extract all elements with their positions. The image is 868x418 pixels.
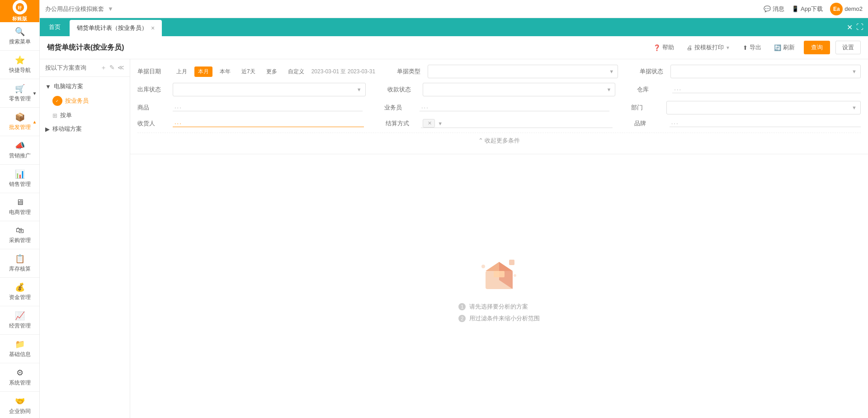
sidebar-label-purchase: 采购管理 (9, 237, 31, 244)
operations-icon: 📈 (15, 311, 25, 321)
sidebar-item-purchase[interactable]: 🛍 采购管理 (0, 221, 40, 249)
refresh-button[interactable]: 🔄 刷新 (770, 42, 798, 53)
warehouse-input[interactable]: ··· (672, 86, 861, 93)
collapse-filters-button[interactable]: ⌃ 收起更多条件 (137, 133, 861, 148)
goods-input[interactable]: ··· (173, 104, 363, 111)
sidebar-item-system[interactable]: ⚙ 系统管理 (0, 363, 40, 392)
message-button[interactable]: 💬 消息 (764, 5, 784, 13)
settings-button[interactable]: 设置 (835, 41, 861, 54)
basic-icon: 📁 (15, 339, 25, 349)
tab-active[interactable]: 销货单统计表（按业务员） × (70, 20, 162, 36)
left-panel-header: 按以下方案查询 ＋ ✎ ≪ (40, 59, 130, 77)
tree-desktop-schemes[interactable]: ▼ 电脑端方案 (40, 80, 130, 93)
query-button[interactable]: 查询 (804, 41, 830, 54)
star-icon: ⭐ (15, 55, 25, 65)
sidebar-item-wholesale[interactable]: 📦 批发管理 ▲ (0, 108, 40, 136)
print-button[interactable]: 🖨 按模板打印 ▼ (683, 42, 734, 53)
empty-hint2: 2 用过滤条件来缩小分析范围 (458, 313, 540, 324)
stock-arrow: ▼ (357, 87, 362, 92)
close-window-icon[interactable]: ✕ (847, 23, 853, 32)
receiver-input[interactable]: ··· (173, 120, 364, 127)
sidebar-item-marketing[interactable]: 📣 营销推广 (0, 136, 40, 165)
department-arrow: ▼ (852, 105, 857, 110)
sidebar-item-inventory[interactable]: 📋 库存核算 (0, 249, 40, 278)
settlement-filter[interactable]: ✕ ▼ (421, 119, 612, 128)
maximize-window-icon[interactable]: ⛶ (856, 23, 863, 31)
settlement-tag: ✕ (423, 119, 435, 128)
order-status-dropdown[interactable]: ▼ (670, 65, 861, 78)
content-area: 销货单统计表(按业务员) ❓ 帮助 🖨 按模板打印 ▼ ⬆ 导出 🔄 刷新 (40, 36, 868, 418)
sidebar-item-retail[interactable]: 🛒 零售管理 ▼ (0, 79, 40, 108)
date-tab-7days[interactable]: 近7天 (238, 66, 259, 77)
edit-scheme-icon[interactable]: ✎ (109, 64, 115, 72)
sidebar-item-ecommerce[interactable]: 🖥 电商管理 (0, 193, 40, 221)
help-button[interactable]: ❓ 帮助 (650, 42, 678, 53)
order-status-arrow: ▼ (852, 69, 857, 74)
empty-illustration (476, 248, 522, 294)
ecommerce-icon: 🖥 (16, 198, 24, 207)
date-label: 单据日期 (137, 67, 169, 76)
sidebar-item-finance[interactable]: 💰 资金管理 (0, 278, 40, 306)
sidebar-label-finance: 资金管理 (9, 294, 31, 301)
byorder-scheme-label: 按单 (60, 111, 72, 119)
scheme-badge: ✓ (52, 96, 62, 106)
sidebar-item-collab[interactable]: 🤝 企业协同 (0, 392, 40, 418)
date-tab-thismonth[interactable]: 本月 (194, 66, 212, 77)
date-tab-thisyear[interactable]: 本年 (216, 66, 234, 77)
export-button[interactable]: ⬆ 导出 (739, 42, 765, 53)
sidebar-label-basic: 基础信息 (9, 351, 31, 358)
sidebar: 好 标账版 🔍 搜索菜单 ⭐ 快捷导航 🛒 零售管理 ▼ 📦 批发管理 ▲ 📣 … (0, 0, 40, 418)
empty-hint1: 1 请先选择要分析的方案 (458, 301, 540, 313)
sidebar-item-quicknav[interactable]: ⭐ 快捷导航 (0, 51, 40, 79)
left-panel-title: 按以下方案查询 (45, 64, 86, 72)
download-icon: 📱 (792, 5, 799, 12)
date-tab-lastmonth[interactable]: 上月 (173, 66, 191, 77)
workspace-name: 办公用品行业模拟账套 (45, 5, 104, 13)
order-type-dropdown[interactable]: ▼ (428, 65, 618, 78)
app-download-label: App下载 (801, 5, 823, 13)
department-dropdown[interactable]: ▼ (666, 101, 861, 114)
wholesale-icon: 📦 (15, 112, 25, 122)
add-scheme-icon[interactable]: ＋ (100, 64, 107, 72)
date-tab-more[interactable]: 更多 (263, 66, 281, 77)
workspace-dropdown-icon[interactable]: ▼ (108, 5, 113, 12)
tab-home[interactable]: 首页 (40, 18, 70, 36)
page-title: 销货单统计表(按业务员) (47, 43, 124, 52)
page-actions: ❓ 帮助 🖨 按模板打印 ▼ ⬆ 导出 🔄 刷新 查询 设置 (650, 41, 861, 54)
tab-active-label: 销货单统计表（按业务员） (77, 24, 147, 32)
collapse-panel-icon[interactable]: ≪ (118, 64, 124, 72)
tab-close-icon[interactable]: × (151, 24, 155, 32)
payment-status-dropdown[interactable]: ▼ (423, 83, 616, 96)
tab-home-label: 首页 (49, 23, 61, 31)
page-header: 销货单统计表(按业务员) ❓ 帮助 🖨 按模板打印 ▼ ⬆ 导出 🔄 刷新 (40, 36, 868, 59)
sidebar-item-operations[interactable]: 📈 经营管理 (0, 306, 40, 335)
sidebar-label-collab: 企业协同 (9, 408, 31, 415)
app-download-button[interactable]: 📱 App下载 (792, 5, 823, 13)
payment-arrow: ▼ (606, 87, 611, 92)
sidebar-label-inventory: 库存核算 (9, 265, 31, 273)
receiver-label: 收货人 (137, 119, 169, 128)
scheme-tree: ▼ 电脑端方案 ✓ 按业务员 ⊞ 按单 (40, 77, 130, 138)
date-section: 上月 本月 本年 近7天 更多 (173, 66, 375, 77)
sidebar-label-quicknav: 快捷导航 (9, 66, 31, 74)
date-tab-custom[interactable]: 自定义 (284, 66, 308, 77)
settlement-tag-close[interactable]: ✕ (428, 120, 432, 126)
tree-mobile-schemes[interactable]: ▶ 移动端方案 (40, 122, 130, 136)
salesperson-input[interactable]: ··· (420, 104, 609, 111)
stock-status-dropdown[interactable]: ▼ (173, 83, 366, 96)
sidebar-label-system: 系统管理 (9, 379, 31, 387)
tree-byorder-scheme[interactable]: ⊞ 按单 (40, 109, 130, 122)
sidebar-item-basic[interactable]: 📁 基础信息 (0, 335, 40, 363)
sidebar-item-search[interactable]: 🔍 搜索菜单 (0, 22, 40, 51)
print-icon: 🖨 (687, 44, 693, 51)
left-panel: 按以下方案查询 ＋ ✎ ≪ ▼ 电脑端方案 (40, 59, 130, 418)
brand-input[interactable]: ··· (670, 120, 861, 127)
sidebar-item-sales[interactable]: 📊 销售管理 (0, 165, 40, 193)
tree-salesperson-scheme[interactable]: ✓ 按业务员 (40, 93, 130, 109)
order-type-label: 单据类型 (397, 67, 424, 76)
goods-dots: ··· (175, 104, 182, 111)
empty-state: 1 请先选择要分析的方案 2 用过滤条件来缩小分析范围 (130, 154, 868, 418)
message-label: 消息 (773, 5, 784, 13)
refresh-icon: 🔄 (774, 44, 781, 51)
user-profile[interactable]: Ea demo2 (830, 3, 863, 15)
